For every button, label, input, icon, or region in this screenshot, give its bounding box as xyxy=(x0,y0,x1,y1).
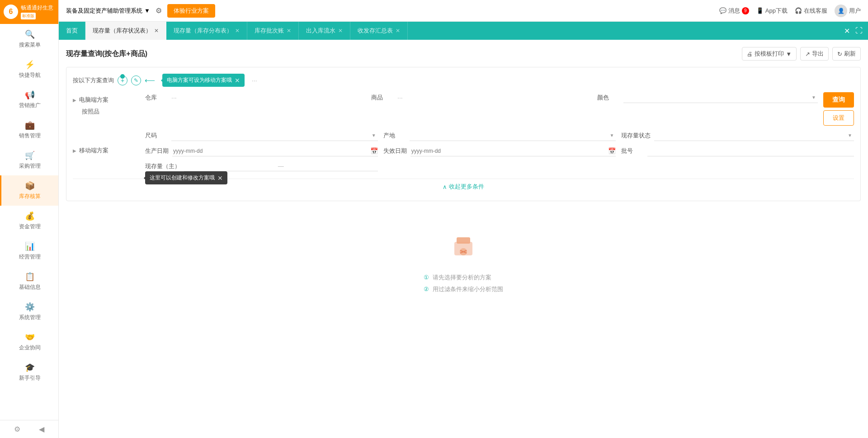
print-label: 按模板打印 xyxy=(755,50,784,58)
exp-date-from[interactable] xyxy=(410,146,607,156)
sidebar-item-base-info[interactable]: 📋 基础信息 xyxy=(0,266,58,297)
collapse-label: 收起更多条件 xyxy=(449,183,484,191)
stock-qty-label: 现存量（主） xyxy=(145,162,180,170)
collapse-sidebar-icon[interactable]: ◀ xyxy=(39,425,44,433)
export-button[interactable]: ↗ 导出 xyxy=(800,47,829,61)
online-support-item[interactable]: 🎧 在线客服 xyxy=(795,7,827,15)
app-download-item[interactable]: 📱 App下载 xyxy=(756,7,788,15)
page-actions: 🖨 按模板打印 ▼ ↗ 导出 ↻ 刷新 xyxy=(742,47,861,61)
settings-gear-icon[interactable]: ⚙ xyxy=(156,6,162,15)
back-arrow-icon[interactable]: ⟵ xyxy=(145,76,155,85)
sidebar-item-guide[interactable]: 🎓 新手引导 xyxy=(0,357,58,387)
plan-by-product-label: 按照品 xyxy=(82,108,99,116)
calendar-icon[interactable]: 📅 xyxy=(370,147,378,155)
tab-close-icon[interactable]: ✕ xyxy=(154,28,159,34)
plan-mobile-label: 移动端方案 xyxy=(79,146,108,155)
logo-badge: 标准版 xyxy=(21,13,36,19)
filter-field-product: 商品 ··· xyxy=(371,92,592,103)
mfg-date-from[interactable] xyxy=(172,146,368,156)
print-template-button[interactable]: 🖨 按模板打印 ▼ xyxy=(742,47,797,61)
sidebar-item-cooperation[interactable]: 🤝 企业协同 xyxy=(0,327,58,357)
tab-maximize-icon[interactable]: ⛶ xyxy=(854,25,864,37)
tab-inout-flow[interactable]: 出入库流水 ✕ xyxy=(299,22,350,40)
user-item[interactable]: 👤 用户 xyxy=(835,5,861,17)
tab-batch-account[interactable]: 库存批次账 ✕ xyxy=(247,22,299,40)
color-select[interactable] xyxy=(623,92,818,103)
sidebar-item-label: 库存核算 xyxy=(19,193,41,200)
settings-icon[interactable]: ⚙ xyxy=(14,425,20,433)
edit-plan-button[interactable]: ✎ xyxy=(131,75,141,85)
tab-home[interactable]: 首页 xyxy=(59,22,85,40)
sidebar-item-sales[interactable]: 💼 销售管理 xyxy=(0,115,58,145)
tab-inventory-status[interactable]: 现存量（库存状况表） ✕ xyxy=(85,22,166,40)
tab-close-icon[interactable]: ✕ xyxy=(396,28,400,34)
filter-field-origin: 产地 ▼ xyxy=(383,130,616,141)
product-more-icon[interactable]: ··· xyxy=(397,94,403,101)
header-left: 装备及固定资产辅助管理系统 ▼ ⚙ 体验行业方案 xyxy=(66,4,215,18)
tooltip-text: 电脑方案可设为移动方案哦 xyxy=(167,76,232,84)
range-dash: — xyxy=(278,163,284,170)
warehouse-more-icon[interactable]: ··· xyxy=(171,94,177,101)
size-select[interactable] xyxy=(171,130,378,141)
exp-date-label: 失效日期 xyxy=(383,147,407,155)
plan-expand-icon[interactable]: ▶ xyxy=(73,148,76,153)
plan-and-fields: ▶ 电脑端方案 按照品 这里可以创建和修改方案哦 ✕ ▶ xyxy=(73,92,854,176)
stock-qty-min[interactable] xyxy=(184,161,276,171)
color-label: 颜色 xyxy=(597,94,620,102)
plan-tree-mobile: ▶ 移动端方案 xyxy=(73,145,145,156)
industry-plan-button[interactable]: 体验行业方案 xyxy=(167,4,215,18)
sidebar-item-finance[interactable]: 💰 资金管理 xyxy=(0,206,58,236)
calendar-icon2[interactable]: 📅 xyxy=(608,147,616,155)
message-item[interactable]: 💬 消息 9 xyxy=(719,7,749,15)
color-select-wrapper: ▼ xyxy=(623,92,818,103)
tab-close-icon[interactable]: ✕ xyxy=(287,28,291,34)
plan-expand-icon[interactable]: ▶ xyxy=(73,98,76,103)
sidebar-item-marketing[interactable]: 📢 营销推广 xyxy=(0,85,58,115)
dropdown-arrow-icon: ▼ xyxy=(144,7,150,14)
reset-button[interactable]: 设置 xyxy=(823,110,854,126)
sidebar-item-quick-nav[interactable]: ⚡ 快捷导航 xyxy=(0,54,58,85)
tooltip-close-icon[interactable]: ✕ xyxy=(235,77,240,84)
filter-row-4: 现存量（主） — xyxy=(145,161,854,171)
handshake-icon: 🤝 xyxy=(25,332,35,342)
filter-more-dots-icon[interactable]: ··· xyxy=(252,77,257,84)
tab-close-all-icon[interactable]: ✕ xyxy=(842,25,852,37)
tab-home-label: 首页 xyxy=(66,27,78,35)
filter-row-3: 生产日期 📅 失效日期 📅 xyxy=(145,146,854,156)
tab-close-icon[interactable]: ✕ xyxy=(235,28,240,34)
lightning-icon: ⚡ xyxy=(25,60,35,70)
sidebar-item-inventory[interactable]: 📦 库存核算 xyxy=(0,175,58,206)
plan-tree-desktop: ▶ 电脑端方案 xyxy=(73,94,145,106)
tab-close-icon[interactable]: ✕ xyxy=(338,28,343,34)
sidebar-item-search[interactable]: 🔍 搜索菜单 xyxy=(0,24,58,54)
gear-icon: ⚙️ xyxy=(25,302,35,312)
system-name-dropdown[interactable]: 装备及固定资产辅助管理系统 ▼ xyxy=(66,7,150,15)
tab-summary[interactable]: 收发存汇总表 ✕ xyxy=(350,22,408,40)
sidebar-logo: 6 畅通通好生意 标准版 xyxy=(0,0,58,24)
stock-qty-range: — xyxy=(184,161,378,171)
sidebar-item-system[interactable]: ⚙️ 系统管理 xyxy=(0,297,58,327)
phone-icon: 📱 xyxy=(756,7,764,14)
sidebar-item-management[interactable]: 📊 经营管理 xyxy=(0,236,58,266)
filter-field-batch: 批号 xyxy=(621,146,854,156)
query-button[interactable]: 查询 xyxy=(823,92,854,108)
stock-qty-max[interactable] xyxy=(286,161,378,171)
tab-inventory-dist[interactable]: 现存量（库存分布表） ✕ xyxy=(166,22,247,40)
empty-illustration xyxy=(445,228,481,264)
origin-select[interactable] xyxy=(410,130,616,141)
sidebar-item-label: 基础信息 xyxy=(19,283,41,291)
refresh-button[interactable]: ↻ 刷新 xyxy=(832,47,861,61)
app-download-label: App下载 xyxy=(765,7,788,15)
tooltip-edit-text: 这里可以创建和修改方案哦 xyxy=(150,174,215,182)
cart-icon: 🛒 xyxy=(25,151,35,160)
query-buttons-col: 查询 设置 xyxy=(823,92,854,126)
batch-input[interactable] xyxy=(647,146,854,156)
stock-status-select-wrapper: ▼ xyxy=(654,130,854,141)
sidebar-item-purchase[interactable]: 🛒 采购管理 xyxy=(0,145,58,175)
sidebar-item-label: 系统管理 xyxy=(19,314,41,321)
plan-tree-by-product[interactable]: 按照品 xyxy=(73,106,145,118)
svg-rect-1 xyxy=(457,237,470,244)
tooltip-edit-close-icon[interactable]: ✕ xyxy=(217,174,223,182)
refresh-label: 刷新 xyxy=(844,50,856,58)
stock-status-select[interactable] xyxy=(654,130,854,141)
